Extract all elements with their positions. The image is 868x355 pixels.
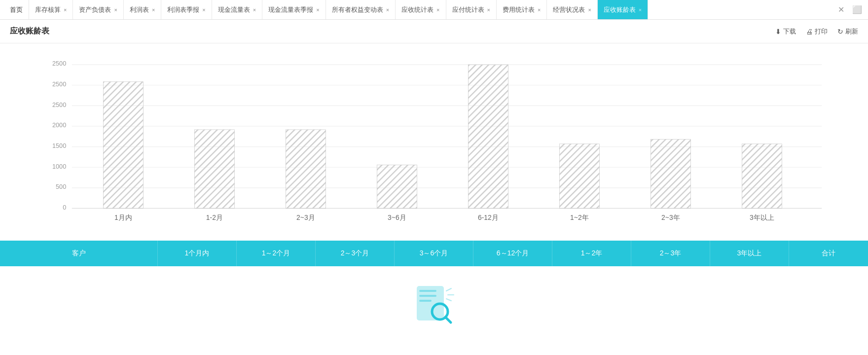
tab-balance-sheet-label: 资产负债表 [79,5,111,14]
tab-equity-close[interactable]: × [386,7,389,13]
tab-operations[interactable]: 经营状况表 × [547,0,597,20]
chart-area: 2500 2500 2500 2000 1500 1000 500 0 [0,43,868,241]
bar-3 [286,130,326,209]
tab-equity-label: 所有者权益变动表 [332,5,383,14]
tab-profit-quarterly-close[interactable]: × [202,7,205,13]
tab-expense-stats-label: 费用统计表 [503,5,535,14]
tab-cashflow-quarterly-label: 现金流量表季报 [268,5,313,14]
col-3-6month: 3～6个月 [395,241,473,266]
col-customer: 客户 [0,241,158,266]
col-1-2year: 1～2年 [552,241,631,266]
tab-ar-aging-label: 应收账龄表 [604,5,636,14]
bar-2 [194,130,234,209]
svg-line-33 [446,299,451,301]
tab-cashflow-close[interactable]: × [253,7,256,13]
tab-equity[interactable]: 所有者权益变动表 × [326,0,396,20]
download-icon: ⬇ [775,28,781,36]
bar-4 [377,165,417,209]
svg-text:2~3月: 2~3月 [296,213,315,221]
tab-bar-actions: ✕ ⬜ [836,3,864,16]
print-button[interactable]: 🖨 打印 [806,27,828,36]
svg-rect-26 [419,290,436,292]
refresh-button[interactable]: ↻ 刷新 [837,27,858,36]
svg-rect-27 [419,295,436,297]
empty-state-icon [409,281,459,330]
svg-line-30 [445,317,451,322]
col-2-3month: 2～3个月 [316,241,395,266]
bar-8 [742,144,782,209]
svg-text:0: 0 [63,204,66,211]
tab-inventory-label: 库存核算 [35,5,61,14]
svg-text:1-2月: 1-2月 [206,213,223,221]
tab-operations-close[interactable]: × [588,7,591,13]
svg-text:3~6月: 3~6月 [388,213,406,221]
tab-balance-sheet[interactable]: 资产负债表 × [73,0,123,20]
bar-5 [468,65,508,208]
table-header: 客户 1个月内 1～2个月 2～3个月 3～6个月 6～12个月 1～2年 2～… [0,241,868,266]
tab-expense-stats-close[interactable]: × [538,7,541,13]
page-header: 应收账龄表 ⬇ 下载 🖨 打印 ↻ 刷新 [0,20,868,43]
svg-rect-28 [419,300,432,302]
download-button[interactable]: ⬇ 下载 [775,27,796,36]
svg-text:2500: 2500 [52,60,66,67]
main-content: 2500 2500 2500 2000 1500 1000 500 0 [0,43,868,355]
tab-bar: 首页 库存核算 × 资产负债表 × 利润表 × 利润表季报 × 现金流量表 × … [0,0,868,20]
tab-ap-stats-label: 应付统计表 [452,5,484,14]
print-label: 打印 [815,27,828,36]
tab-inventory[interactable]: 库存核算 × [29,0,73,20]
tab-profit[interactable]: 利润表 × [124,0,161,20]
tab-profit-quarterly-label: 利润表季报 [167,5,199,14]
window-close-button[interactable]: ✕ [836,3,846,16]
tab-home-label: 首页 [10,5,23,14]
tab-ap-stats-close[interactable]: × [487,7,490,13]
tab-cashflow-quarterly-close[interactable]: × [316,7,319,13]
tab-cashflow-quarterly[interactable]: 现金流量表季报 × [262,0,326,20]
refresh-label: 刷新 [845,27,858,36]
svg-text:2500: 2500 [52,80,66,88]
bar-7 [651,140,690,209]
svg-text:1500: 1500 [52,142,66,149]
tab-balance-sheet-close[interactable]: × [114,7,117,13]
tab-profit-quarterly[interactable]: 利润表季报 × [161,0,212,20]
tab-cashflow-label: 现金流量表 [218,5,250,14]
svg-text:3年以上: 3年以上 [750,213,774,221]
col-1-2month: 1～2个月 [237,241,316,266]
svg-line-31 [446,288,451,291]
tab-ar-stats-close[interactable]: × [436,7,439,13]
svg-text:2~3年: 2~3年 [661,213,680,221]
col-total: 合计 [789,241,868,266]
svg-text:1000: 1000 [52,163,66,170]
print-icon: 🖨 [806,28,813,36]
tab-profit-close[interactable]: × [152,7,155,13]
svg-text:6-12月: 6-12月 [478,213,499,221]
window-maximize-button[interactable]: ⬜ [850,3,864,16]
page-actions: ⬇ 下载 🖨 打印 ↻ 刷新 [775,27,858,36]
tab-ap-stats[interactable]: 应付统计表 × [446,0,497,20]
bar-1 [103,82,143,209]
col-3plus-year: 3年以上 [710,241,789,266]
svg-text:2000: 2000 [52,121,66,129]
svg-text:2500: 2500 [52,101,66,108]
col-1month: 1个月内 [158,241,237,266]
col-2-3year: 2～3年 [631,241,710,266]
tab-ar-aging[interactable]: 应收账龄表 × [598,0,648,20]
bar-chart: 2500 2500 2500 2000 1500 1000 500 0 [20,53,848,236]
svg-text:1~2年: 1~2年 [570,213,589,221]
refresh-icon: ↻ [837,28,843,36]
bar-6 [559,144,599,209]
page-title: 应收账龄表 [10,26,49,36]
tab-cashflow[interactable]: 现金流量表 × [212,0,262,20]
tab-ar-stats[interactable]: 应收统计表 × [396,0,446,20]
tab-operations-label: 经营状况表 [553,5,585,14]
tab-home[interactable]: 首页 [4,0,29,20]
svg-text:500: 500 [56,183,66,190]
tab-ar-aging-close[interactable]: × [639,7,642,13]
tab-inventory-close[interactable]: × [64,7,67,13]
empty-state [0,266,868,355]
tab-ar-stats-label: 应收统计表 [401,5,434,14]
svg-text:1月内: 1月内 [114,213,132,221]
download-label: 下载 [783,27,796,36]
tab-profit-label: 利润表 [130,5,149,14]
col-6-12month: 6～12个月 [473,241,552,266]
tab-expense-stats[interactable]: 费用统计表 × [497,0,547,20]
